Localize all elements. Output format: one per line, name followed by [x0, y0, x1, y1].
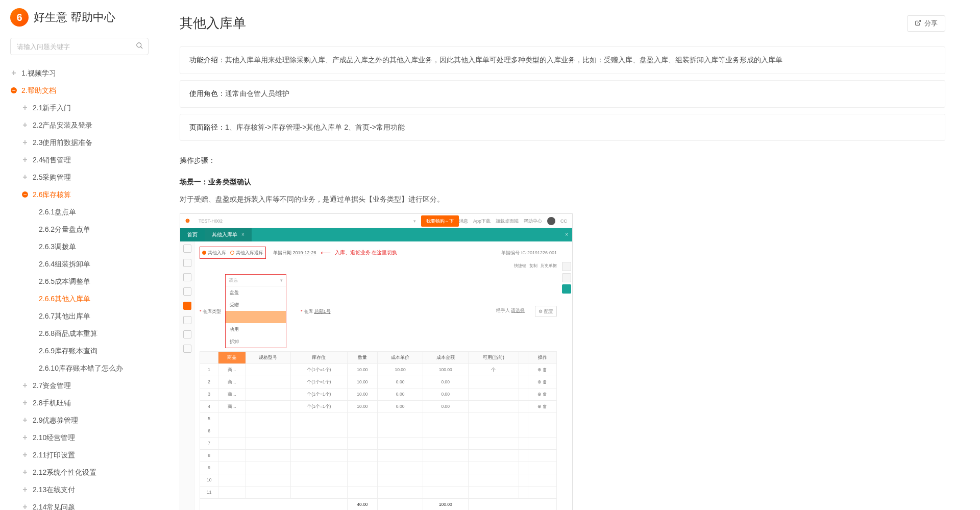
nav-l1-item[interactable]: −2.帮助文档: [10, 82, 149, 99]
table-row[interactable]: 11: [200, 487, 557, 499]
ss-tab-active[interactable]: 其他入库单×: [205, 228, 252, 241]
ss-tab-label: 其他入库单: [212, 230, 237, 240]
ss-tool-icon[interactable]: [562, 284, 571, 294]
ss-rail-icon[interactable]: [183, 345, 191, 353]
ss-top-link[interactable]: 帮助中心: [524, 216, 542, 226]
nav-l2-item[interactable]: +2.3使用前数据准备: [10, 134, 149, 151]
ss-rail-icon[interactable]: [183, 287, 191, 296]
sidebar-nav: +1.视频学习−2.帮助文档+2.1新手入门+2.2产品安装及登录+2.3使用前…: [10, 64, 149, 510]
path-box: 页面路径：1、库存核算->库存管理->其他入库单 2、首页->常用功能: [180, 114, 945, 141]
ss-right-tools: [562, 241, 572, 510]
radio-in[interactable]: 其他入库: [202, 248, 226, 257]
close-icon[interactable]: ×: [241, 230, 244, 240]
embedded-screenshot: ❻ TEST-H002 ▾ 我要畅购～下 消息 App下载 加载桌面端 帮助中心…: [180, 213, 573, 510]
ss-rail-icon[interactable]: [183, 316, 191, 324]
nav-l2-item[interactable]: +2.12系统个性化设置: [10, 464, 149, 481]
nav-l3-item[interactable]: 2.6.1盘点单: [10, 203, 149, 221]
nav-l2-item[interactable]: +2.9优惠券管理: [10, 411, 149, 429]
nav-l2-item[interactable]: +2.14常见问题: [10, 498, 149, 510]
dropdown-input[interactable]: 请选▾: [226, 275, 286, 286]
dropdown-option[interactable]: [226, 311, 286, 323]
table-row[interactable]: 5: [200, 413, 557, 425]
search-input[interactable]: [10, 38, 149, 55]
table-header: 商品: [218, 352, 246, 364]
nav-l3-item[interactable]: 2.6.5成本调整单: [10, 273, 149, 290]
nav-l3-item[interactable]: 2.6.9库存账本查询: [10, 342, 149, 359]
article-body: 操作步骤： 场景一：业务类型确认 对于受赠、盘盈或是拆装入库等不同的业务，是通过…: [180, 153, 945, 510]
table-row[interactable]: 3商...个(1个=1个)10.000.000.00⊕ 🗑: [200, 388, 557, 401]
path-text: 1、库存核算->库存管理->其他入库单 2、首页->常用功能: [225, 123, 405, 131]
ss-rail-icon[interactable]: [183, 302, 191, 310]
table-row[interactable]: 4商...个(1个=1个)10.000.000.00⊕ 🗑: [200, 401, 557, 413]
nav-l2-item[interactable]: +2.4销售管理: [10, 151, 149, 168]
dropdown-option[interactable]: 盘盈: [226, 286, 286, 299]
ss-tabs: 首页 其他入库单× ×: [180, 228, 572, 241]
ss-rail-icon[interactable]: [183, 259, 191, 267]
nav-l2-item[interactable]: +2.1新手入门: [10, 99, 149, 116]
ss-tool-icon[interactable]: [562, 273, 571, 282]
table-row[interactable]: 1商...个(1个=1个)10.0010.00100.00个⊕ 🗑: [200, 364, 557, 376]
table-row[interactable]: 2商...个(1个=1个)10.000.000.00⊕ 🗑: [200, 376, 557, 388]
nav-l2-item[interactable]: +2.5采购管理: [10, 168, 149, 186]
nav-l3-item[interactable]: 2.6.10库存账本错了怎么办: [10, 359, 149, 377]
warehouse-label: 仓库: [301, 309, 313, 314]
ss-tool-icon[interactable]: [562, 262, 571, 271]
nav-l2-item[interactable]: +2.8手机旺铺: [10, 394, 149, 411]
search-icon[interactable]: [136, 42, 143, 51]
ss-promo-button[interactable]: 我要畅购～下: [421, 215, 459, 227]
nav-l2-item[interactable]: −2.6库存核算: [10, 186, 149, 203]
nav-l2-item[interactable]: +2.13在线支付: [10, 481, 149, 498]
nav-label: 2.2产品安装及登录: [33, 116, 92, 134]
handler-label: 经手人: [496, 308, 510, 313]
nav-label: 2.13在线支付: [33, 481, 75, 498]
nav-l3-item[interactable]: 2.6.6其他入库单: [10, 290, 149, 307]
radio-return[interactable]: 其他入库退库: [230, 248, 263, 257]
nav-l2-item[interactable]: +2.2产品安装及登录: [10, 116, 149, 134]
nav-l3-item[interactable]: 2.6.8商品成本重算: [10, 325, 149, 342]
table-row[interactable]: 10: [200, 474, 557, 487]
ss-tool-link[interactable]: 复制: [529, 262, 537, 270]
ss-tab-home[interactable]: 首页: [180, 228, 205, 241]
dropdown-option[interactable]: 功用: [226, 323, 286, 335]
avatar-icon[interactable]: [547, 217, 555, 225]
close-icon[interactable]: ×: [565, 230, 572, 240]
ss-tool-link[interactable]: 历史单据: [541, 262, 557, 270]
svg-point-0: [137, 43, 141, 47]
ss-top-link[interactable]: 消息: [459, 216, 468, 226]
ss-top-link[interactable]: App下载: [473, 216, 491, 226]
ss-rail-icon[interactable]: [183, 330, 191, 338]
chevron-down-icon: ▾: [280, 276, 283, 285]
ss-tool-link[interactable]: 快捷键: [514, 262, 526, 270]
handler-value[interactable]: 请选择: [511, 308, 525, 313]
table-row[interactable]: 6: [200, 425, 557, 438]
main-content: 其他入库单 分享 功能介绍：其他入库单用来处理除采购入库、产成品入库之外的其他入…: [159, 0, 966, 510]
nav-l3-item[interactable]: 2.6.3调拨单: [10, 238, 149, 255]
ss-top-link[interactable]: 加载桌面端: [496, 216, 519, 226]
table-header: 成本金额: [423, 352, 468, 364]
dropdown-option[interactable]: 受赠: [226, 299, 286, 311]
ss-config-button[interactable]: ⚙ 配置: [535, 306, 557, 317]
table-row[interactable]: 9: [200, 462, 557, 474]
chevron-down-icon: ▾: [413, 216, 416, 226]
nav-l2-item[interactable]: +2.10经营管理: [10, 429, 149, 446]
nav-l3-item[interactable]: 2.6.4组装拆卸单: [10, 255, 149, 273]
nav-l2-item[interactable]: +2.11打印设置: [10, 446, 149, 464]
nav-l3-item[interactable]: 2.6.7其他出库单: [10, 307, 149, 325]
ss-rail-icon[interactable]: [183, 245, 191, 253]
table-row[interactable]: 8: [200, 450, 557, 462]
ss-rail-icon[interactable]: [183, 273, 191, 281]
nav-label: 2.帮助文档: [21, 82, 56, 99]
brand-logo-icon: 6: [10, 8, 29, 27]
nav-l2-item[interactable]: +2.7资金管理: [10, 377, 149, 394]
nav-label: 1.视频学习: [21, 64, 56, 82]
nav-l3-item[interactable]: 2.6.2分量盘点单: [10, 221, 149, 238]
ss-form-area: 其他入库 其他入库退库 单据日期 2019-12-26 ⟵ 入库、退货业务 在这…: [194, 241, 562, 510]
dropdown-option[interactable]: 拆卸: [226, 335, 286, 348]
steps-label: 操作步骤：: [180, 153, 945, 167]
ss-date-value[interactable]: 2019-12-26: [293, 250, 316, 255]
table-row[interactable]: 7: [200, 438, 557, 450]
share-button[interactable]: 分享: [907, 15, 945, 32]
warehouse-value[interactable]: 总部1号: [314, 309, 331, 314]
role-text: 通常由仓管人员维护: [225, 89, 289, 98]
nav-l1-item[interactable]: +1.视频学习: [10, 64, 149, 82]
